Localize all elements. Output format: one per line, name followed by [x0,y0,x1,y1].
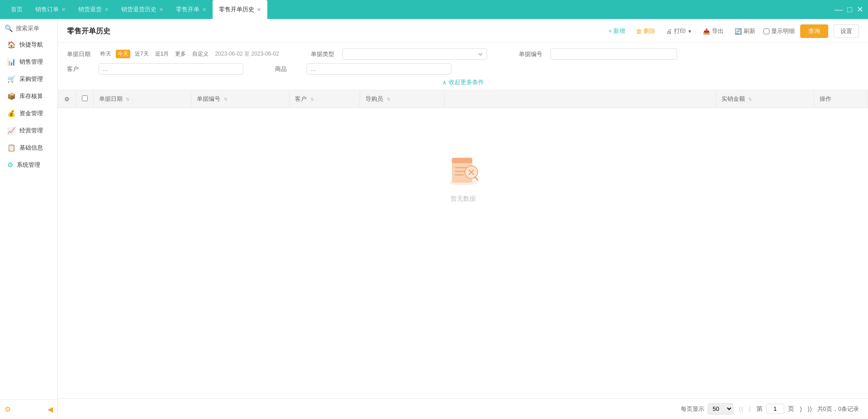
number-input[interactable] [550,48,677,60]
refresh-button[interactable]: 🔄 刷新 [732,25,758,37]
info-icon: 📋 [7,144,16,152]
export-button[interactable]: 📤 导出 [700,25,726,37]
page-header: 零售开单历史 + 新增 🗑 删除 🖨 打印 ▼ 📤 导出 [58,19,868,43]
sidebar-item-basic-info[interactable]: 📋 基础信息 [0,139,57,156]
filter-area: 单据日期 昨天 今天 近7天 近1月 更多 自定义 2023-06-02 至 2… [58,43,868,90]
th-amount: 实销金额 ⇅ [716,90,814,108]
settings-icon[interactable]: ⚙ [5,405,11,414]
tab-bar: 首页 销售订单 ✕ 销货退货 ✕ 销货退货历史 ✕ 零售开单 ✕ 零售开单历史 … [0,0,868,19]
prev-page-btn[interactable]: ⟨ [747,405,753,414]
sidebar-item-system[interactable]: ⚙ 系统管理 [0,156,57,174]
collapse-icon[interactable]: ◀ [47,405,53,414]
sidebar-search[interactable]: 🔍 搜索采单 [0,19,57,36]
last-page-btn[interactable]: ⟩⟩ [806,405,814,414]
shortcut-today[interactable]: 今天 [116,50,130,58]
th-action-label: 操作 [820,95,831,102]
delete-icon: 🗑 [636,28,642,35]
operation-icon: 📈 [7,127,16,135]
sidebar-footer: ⚙ ◀ [0,399,57,419]
per-page-label: 每页显示 [681,405,704,413]
show-detail-toggle[interactable]: 显示明细 [764,27,795,35]
th-action: 操作 [814,90,868,108]
main-layout: 🔍 搜索采单 🏠 快捷导航 📊 销售管理 🛒 采购管理 📦 库存核算 💰 资金管… [0,19,868,419]
minimize-btn[interactable]: — [835,5,843,14]
refresh-icon: 🔄 [735,28,742,35]
close-btn[interactable]: ✕ [857,5,863,14]
type-select[interactable] [342,48,487,60]
sidebar-item-inventory[interactable]: 📦 库存核算 [0,88,57,105]
per-page-select[interactable]: 50 20 100 [708,403,733,414]
home-icon: 🏠 [7,41,16,49]
tab-retail-history[interactable]: 零售开单历史 ✕ [213,0,267,19]
first-page-btn[interactable]: ⟨⟨ [737,405,745,414]
next-page-btn[interactable]: ⟩ [798,405,804,414]
settings-icon[interactable]: ⚙ [64,96,70,103]
sidebar: 🔍 搜索采单 🏠 快捷导航 📊 销售管理 🛒 采购管理 📦 库存核算 💰 资金管… [0,19,58,419]
pagination: 每页显示 50 20 100 ⟨⟨ ⟨ 第 页 ⟩ ⟩⟩ 共0页，0条记录 [58,398,868,419]
select-all-checkbox[interactable] [82,95,88,101]
show-detail-checkbox[interactable] [764,28,769,34]
th-date-label: 单据日期 [99,95,123,102]
delete-button[interactable]: 🗑 删除 [633,25,658,37]
toolbar: + 新增 🗑 删除 🖨 打印 ▼ 📤 导出 🔄 刷新 [606,24,859,38]
sidebar-item-purchase-mgmt[interactable]: 🛒 采购管理 [0,71,57,88]
content-area: 零售开单历史 + 新增 🗑 删除 🖨 打印 ▼ 📤 导出 [58,19,868,419]
sidebar-item-operation[interactable]: 📈 经营管理 [0,122,57,139]
type-label: 单据类型 [311,50,338,58]
add-button[interactable]: + 新增 [606,25,628,37]
print-button[interactable]: 🖨 打印 ▼ [664,25,695,37]
close-icon[interactable]: ✕ [159,7,163,13]
th-check[interactable] [76,90,93,108]
th-number: 单据编号 ⇅ [191,90,289,108]
maximize-btn[interactable]: □ [847,5,852,14]
sort-icon[interactable]: ⇅ [310,97,314,102]
tab-retail-open[interactable]: 零售开单 ✕ [170,0,213,19]
collapse-button[interactable]: ∧ 收起更多条件 [67,78,859,86]
print-dropdown-icon: ▼ [688,29,692,34]
close-icon[interactable]: ✕ [257,7,261,13]
close-icon[interactable]: ✕ [104,7,109,13]
th-settings[interactable]: ⚙ [58,90,76,108]
filter-row-date: 单据日期 昨天 今天 近7天 近1月 更多 自定义 2023-06-02 至 2… [67,48,859,60]
shortcut-more[interactable]: 更多 [173,50,188,58]
th-date: 单据日期 ⇅ [93,90,191,108]
page-title: 零售开单历史 [67,27,110,36]
tab-sales-return-history[interactable]: 销货退货历史 ✕ [115,0,170,19]
goods-input[interactable] [307,63,451,75]
sidebar-item-finance[interactable]: 💰 资金管理 [0,105,57,122]
customer-input[interactable] [99,63,243,75]
query-button[interactable]: 查询 [800,24,828,38]
shortcut-1month[interactable]: 近1月 [153,50,171,58]
goods-label: 商品 [275,65,302,73]
shortcut-7days[interactable]: 近7天 [133,50,151,58]
sort-icon[interactable]: ⇅ [224,97,228,102]
page-input[interactable] [766,404,784,414]
data-table: ⚙ 单据日期 ⇅ 单据编号 ⇅ [58,90,868,108]
set-button[interactable]: 设置 [834,24,859,38]
money-icon: 💰 [7,109,16,118]
sort-icon[interactable]: ⇅ [387,97,390,102]
filter-row-customer: 客户 商品 [67,63,859,75]
pagination-info: 共0页，0条记录 [817,405,859,413]
sort-icon[interactable]: ⇅ [748,97,752,102]
empty-text: 暂无数据 [451,195,476,203]
date-shortcuts: 昨天 今天 近7天 近1月 更多 自定义 [99,50,210,58]
sidebar-item-quick-nav[interactable]: 🏠 快捷导航 [0,36,57,53]
close-icon[interactable]: ✕ [202,7,206,13]
sort-icon[interactable]: ⇅ [126,97,129,102]
svg-line-9 [475,177,478,180]
sidebar-item-sales-mgmt[interactable]: 📊 销售管理 [0,53,57,71]
gear-icon: ⚙ [7,161,13,169]
shortcut-custom[interactable]: 自定义 [190,50,210,58]
table-header-row: ⚙ 单据日期 ⇅ 单据编号 ⇅ [58,90,868,108]
empty-state: 暂无数据 [58,108,868,239]
shortcut-yesterday[interactable]: 昨天 [99,50,113,58]
svg-rect-2 [452,158,472,163]
tab-sales-order[interactable]: 销售订单 ✕ [29,0,72,19]
tab-home[interactable]: 首页 [5,0,29,19]
date-label: 单据日期 [67,50,94,58]
th-salesperson-label: 导购员 [365,95,383,102]
th-amount-label: 实销金额 [721,95,745,102]
tab-sales-return[interactable]: 销货退货 ✕ [72,0,115,19]
close-icon[interactable]: ✕ [62,7,66,13]
